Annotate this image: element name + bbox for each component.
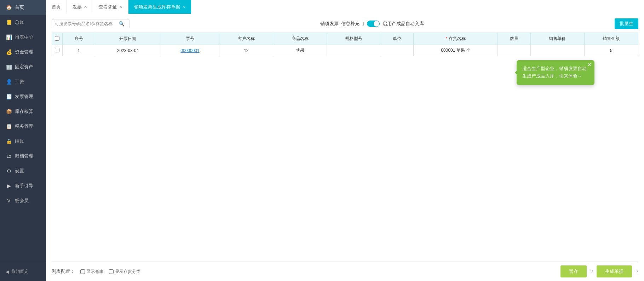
- col-customer: 客户名称: [219, 33, 273, 45]
- sidebar-item-ledger[interactable]: 📒 总账: [0, 15, 46, 30]
- sidebar-item-closing[interactable]: 🔒 结账: [0, 134, 46, 149]
- bottom-bar: 列表配置： 显示仓库 显示存货分类 暂存 ? 生成单据 ?: [52, 262, 638, 281]
- tab-home[interactable]: 首页: [46, 0, 67, 14]
- category-checkbox[interactable]: [109, 269, 114, 274]
- content-area: 🔍 销项发票_信息补充 ℹ 启用产成品自动入库 批量生: [46, 14, 644, 281]
- col-spec: 规格型号: [327, 33, 381, 45]
- tab-voucher-close[interactable]: ✕: [119, 5, 122, 9]
- save-button[interactable]: 暂存: [560, 265, 587, 277]
- row-spec: [327, 45, 381, 56]
- row-date: 2023-03-04: [95, 45, 161, 56]
- col-qty: 数量: [498, 33, 530, 45]
- pin-icon: ◀: [6, 269, 9, 274]
- row-price: [530, 45, 584, 56]
- home-icon: 🏠: [6, 5, 12, 10]
- col-seq: 序号: [63, 33, 95, 45]
- sidebar-item-home[interactable]: 🏠 首页: [0, 0, 46, 15]
- col-amount: 销售金额: [584, 33, 638, 45]
- sidebar: 🏠 首页 📒 总账 📊 报表中心 💰 资金管理 🏢 固定资产 👤 工资 🧾 发票…: [0, 0, 46, 281]
- row-unit: [381, 45, 413, 56]
- sidebar-item-payroll[interactable]: 👤 工资: [0, 74, 46, 89]
- tab-voucher[interactable]: 查看凭证 ✕: [93, 0, 128, 14]
- table-row: 1 2023-03-04 00000001 12 苹果 000001 苹果 个 …: [52, 45, 638, 56]
- required-mark: *: [446, 36, 448, 41]
- tooltip-close-button[interactable]: ✕: [587, 62, 592, 67]
- warehouse-checkbox[interactable]: [80, 269, 85, 274]
- tax-icon: 📋: [6, 124, 12, 129]
- generate-button[interactable]: 生成单据: [597, 265, 632, 277]
- row-checkbox[interactable]: [55, 48, 59, 52]
- row-seq: 1: [63, 45, 95, 56]
- bottom-btn-group: 暂存 ? 生成单据 ?: [560, 265, 638, 277]
- tooltip-text: 适合生产型企业，销项发票自动生成产成品入库，快来体验～: [522, 66, 587, 79]
- row-product: 苹果: [273, 45, 327, 56]
- info-icon[interactable]: ℹ: [362, 21, 364, 27]
- tab-bar: 首页 发票 ✕ 查看凭证 ✕ 销项发票生成库存单据 ✕: [46, 0, 644, 14]
- info-label: 销项发票_信息补充: [320, 21, 360, 27]
- data-table: 序号 开票日期 票号 客户名称 商品名称 规格型号 单位 * 存货名称 数量 销…: [52, 33, 638, 56]
- gen-help-icon[interactable]: ?: [636, 269, 638, 274]
- col-stock: * 存货名称: [413, 33, 498, 45]
- batch-button[interactable]: 批量生: [615, 18, 638, 29]
- tab-invoice[interactable]: 发票 ✕: [67, 0, 93, 14]
- toggle-label: 启用产成品自动入库: [383, 21, 424, 27]
- sidebar-item-inventory[interactable]: 📦 库存核算: [0, 104, 46, 119]
- col-price: 销售单价: [530, 33, 584, 45]
- sidebar-item-assets[interactable]: 🏢 固定资产: [0, 59, 46, 74]
- tab-stock-form-close[interactable]: ✕: [182, 5, 185, 9]
- row-qty: [498, 45, 530, 56]
- tooltip-popup: ✕ 适合生产型企业，销项发票自动生成产成品入库，快来体验～: [517, 60, 594, 85]
- sidebar-item-archive[interactable]: 🗂 归档管理: [0, 149, 46, 164]
- funds-icon: 💰: [6, 49, 12, 55]
- toggle-switch-area: [367, 21, 380, 27]
- sidebar-item-member[interactable]: V 畅会员: [0, 193, 46, 208]
- row-amount: 5: [584, 45, 638, 56]
- toolbar-row: 🔍 销项发票_信息补充 ℹ 启用产成品自动入库 批量生: [52, 18, 638, 29]
- reports-icon: 📊: [6, 34, 12, 40]
- closing-icon: 🔒: [6, 138, 12, 144]
- warehouse-checkbox-label[interactable]: 显示仓库: [80, 269, 103, 275]
- tab-invoice-close[interactable]: ✕: [84, 5, 87, 9]
- assets-icon: 🏢: [6, 64, 12, 70]
- sidebar-item-funds[interactable]: 💰 资金管理: [0, 45, 46, 59]
- row-stock: 000001 苹果 个: [413, 45, 498, 56]
- toolbar-center: 销项发票_信息补充 ℹ 启用产成品自动入库: [320, 21, 424, 27]
- sidebar-item-reports[interactable]: 📊 报表中心: [0, 30, 46, 45]
- sidebar-item-tax[interactable]: 📋 税务管理: [0, 119, 46, 134]
- sidebar-item-settings[interactable]: ⚙ 设置: [0, 164, 46, 178]
- sidebar-toggle-fixed[interactable]: ◀ 取消固定: [0, 265, 46, 278]
- row-checkbox-cell: [52, 45, 63, 56]
- member-icon: V: [6, 198, 12, 203]
- list-config-label: 列表配置：: [52, 268, 75, 275]
- col-checkbox: [52, 33, 63, 45]
- auto-stock-toggle[interactable]: [367, 21, 380, 27]
- guide-icon: ▶: [6, 183, 12, 189]
- select-all-checkbox[interactable]: [55, 36, 59, 41]
- row-no: 00000001: [161, 45, 219, 56]
- sidebar-item-invoice[interactable]: 🧾 发票管理: [0, 89, 46, 104]
- toggle-thumb: [374, 21, 379, 27]
- col-date: 开票日期: [95, 33, 161, 45]
- main-content: 首页 发票 ✕ 查看凭证 ✕ 销项发票生成库存单据 ✕ 🔍 销项发票_信息补充 …: [46, 0, 644, 281]
- settings-icon: ⚙: [6, 168, 12, 174]
- invoice-link[interactable]: 00000001: [180, 48, 199, 53]
- col-no: 票号: [161, 33, 219, 45]
- col-unit: 单位: [381, 33, 413, 45]
- tab-stock-form[interactable]: 销项发票生成库存单据 ✕: [128, 0, 191, 14]
- row-customer: 12: [219, 45, 273, 56]
- search-icon[interactable]: 🔍: [119, 21, 125, 27]
- sidebar-bottom: ◀ 取消固定: [0, 262, 46, 281]
- search-box[interactable]: 🔍: [52, 19, 130, 28]
- ledger-icon: 📒: [6, 19, 12, 25]
- inventory-icon: 📦: [6, 109, 12, 114]
- archive-icon: 🗂: [6, 153, 12, 159]
- invoice-icon: 🧾: [6, 94, 12, 99]
- category-checkbox-label[interactable]: 显示存货分类: [109, 269, 140, 275]
- col-product: 商品名称: [273, 33, 327, 45]
- table-header-row: 序号 开票日期 票号 客户名称 商品名称 规格型号 单位 * 存货名称 数量 销…: [52, 33, 638, 45]
- save-help-icon[interactable]: ?: [590, 269, 593, 274]
- payroll-icon: 👤: [6, 79, 12, 85]
- search-input[interactable]: [55, 21, 119, 26]
- sidebar-item-guide[interactable]: ▶ 新手引导: [0, 178, 46, 193]
